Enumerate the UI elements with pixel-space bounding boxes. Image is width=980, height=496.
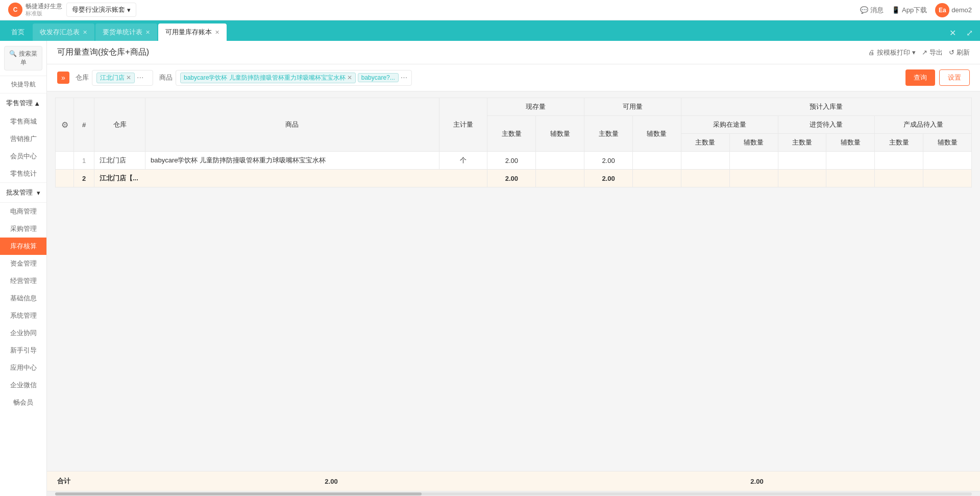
th-finished: 产成品待入量: [875, 116, 972, 134]
message-btn[interactable]: 💬 消息: [860, 6, 884, 15]
tab-yaohuodan-label: 要货单统计表: [103, 28, 142, 37]
industry-label: 母婴行业演示账套: [72, 5, 125, 14]
setting-btn[interactable]: 设置: [939, 69, 970, 86]
print-template-btn[interactable]: 🖨 按模板打印 ▾: [868, 48, 916, 57]
footer-stock-main: 2.00: [306, 478, 357, 485]
tab-keyongliang[interactable]: 可用量库存账本 ✕: [158, 23, 227, 41]
td-stock-sub-1: [536, 152, 584, 170]
product-filter-tags[interactable]: babycare学饮杯 儿童防摔防撞吸管杯重力球吸嘴杯宝宝水杯 ✕ babyca…: [176, 70, 412, 86]
subtotal-settings: [56, 170, 74, 187]
horizontal-scrollbar[interactable]: [47, 491, 980, 496]
sidebar-section-retail: 零售管理 ▲ 零售商城 营销推广 会员中心 零售统计: [0, 93, 46, 183]
sidebar-item-ecom[interactable]: 电商管理: [0, 203, 46, 220]
sidebar-item-system[interactable]: 系统管理: [0, 307, 46, 324]
td-inc-sub-1: [826, 152, 875, 170]
sidebar-item-finance[interactable]: 资金管理: [0, 255, 46, 272]
sidebar-quick-nav[interactable]: 快捷导航: [0, 76, 46, 93]
table-row: 1 江北门店 babycare学饮杯 儿童防摔防撞吸管杯重力球吸嘴杯宝宝水杯 个…: [56, 152, 972, 170]
warehouse-tag-close[interactable]: ✕: [126, 74, 131, 81]
maximize-btn[interactable]: ⤢: [963, 27, 976, 39]
sidebar-item-member2[interactable]: 畅会员: [0, 394, 46, 411]
nav-tabs-bar: 首页 收发存汇总表 ✕ 要货单统计表 ✕ 可用量库存账本 ✕ ✕ ⤢: [0, 20, 980, 41]
th-current-stock: 现存量: [487, 98, 584, 116]
sidebar-item-wechat[interactable]: 企业微信: [0, 376, 46, 394]
tab-keyongliang-close[interactable]: ✕: [215, 29, 219, 36]
th-inc-main: 主数量: [778, 134, 826, 152]
td-stock-main-1: 2.00: [487, 152, 536, 170]
search-menu-btn[interactable]: 🔍 搜索菜单: [4, 46, 42, 70]
th-pur-transit: 采购在途量: [681, 116, 778, 134]
sidebar-item-appcenter[interactable]: 应用中心: [0, 359, 46, 376]
warehouse-filter-label: 仓库: [76, 73, 89, 82]
user-area[interactable]: Ea demo2: [935, 3, 972, 17]
tab-shoufacun-close[interactable]: ✕: [83, 29, 87, 36]
content-area: 可用量查询(按仓库+商品) 🖨 按模板打印 ▾ ↗ 导出 ↺ 刷新: [47, 41, 980, 496]
warehouse-filter-tags[interactable]: 江北门店 ✕ ···: [92, 70, 153, 86]
query-btn[interactable]: 查询: [905, 69, 935, 86]
warehouse-more-btn[interactable]: ···: [137, 73, 143, 82]
footer-total-label: 合计: [57, 477, 118, 486]
tab-keyongliang-label: 可用量库存账本: [165, 28, 212, 37]
footer-total-bar: 合计 2.00 2.00: [47, 471, 980, 491]
td-avail-sub-1: [632, 152, 681, 170]
sidebar-item-member[interactable]: 会员中心: [0, 148, 46, 165]
tab-home[interactable]: 首页: [4, 23, 32, 41]
sidebar-item-retail-stats[interactable]: 零售统计: [0, 165, 46, 182]
table-container: ⚙ # 仓库 商品 主计量 现存量 可用量 预计入库量 主数量 辅数量 主数量: [47, 91, 980, 471]
logo-subtext: 标准版: [26, 10, 62, 17]
td-pur-sub-1: [729, 152, 778, 170]
td-unit-1: 个: [439, 152, 487, 170]
sidebar-item-purchase[interactable]: 采购管理: [0, 220, 46, 238]
settings-icon[interactable]: ⚙: [61, 121, 68, 129]
subtotal-avail-main: 2.00: [584, 170, 633, 187]
sidebar-section-wholesale-header[interactable]: 批发管理 ▾: [0, 183, 46, 202]
product-tag1-close[interactable]: ✕: [347, 74, 352, 81]
tab-yaohuodan-close[interactable]: ✕: [145, 29, 150, 36]
sidebar-item-retail-mall[interactable]: 零售商城: [0, 113, 46, 130]
td-fin-sub-1: [923, 152, 972, 170]
page-title: 可用量查询(按仓库+商品): [57, 47, 149, 64]
td-avail-main-1: 2.00: [584, 152, 633, 170]
td-settings: [56, 152, 74, 170]
warehouse-tag: 江北门店 ✕: [96, 73, 135, 83]
expand-filter-btn[interactable]: »: [57, 72, 69, 84]
th-avail-sub: 辅数量: [632, 116, 681, 152]
data-table: ⚙ # 仓库 商品 主计量 现存量 可用量 预计入库量 主数量 辅数量 主数量: [55, 98, 972, 187]
product-more-btn[interactable]: ···: [401, 73, 407, 82]
sidebar-item-basic[interactable]: 基础信息: [0, 290, 46, 307]
sidebar-item-inventory[interactable]: 库存核算: [0, 238, 46, 255]
sidebar-section-retail-header[interactable]: 零售管理 ▲: [0, 93, 46, 113]
th-row-num: #: [74, 98, 94, 152]
tab-shoufacun[interactable]: 收发存汇总表 ✕: [33, 23, 94, 41]
product-tag2: babycare?...: [358, 73, 399, 82]
industry-selector[interactable]: 母婴行业演示账套 ▾: [66, 3, 136, 17]
th-inc-sub: 辅数量: [826, 134, 875, 152]
sidebar-item-retail-promo[interactable]: 营销推广: [0, 130, 46, 148]
sidebar: 🔍 搜索菜单 快捷导航 零售管理 ▲ 零售商城 营销推广 会员中心 零售统计: [0, 41, 47, 496]
app-download-btn[interactable]: 📱 App下载: [892, 6, 927, 15]
print-icon: 🖨: [868, 49, 875, 56]
close-all-btn[interactable]: ✕: [946, 27, 959, 39]
sidebar-item-newbie[interactable]: 新手引导: [0, 342, 46, 359]
th-settings[interactable]: ⚙: [56, 98, 74, 152]
sidebar-item-operation[interactable]: 经营管理: [0, 272, 46, 290]
search-icon: 🔍: [9, 50, 18, 57]
tab-shoufacun-label: 收发存汇总表: [40, 28, 80, 37]
refresh-btn[interactable]: ↺ 刷新: [949, 48, 970, 57]
footer-avail-main: 2.00: [731, 478, 782, 485]
th-incoming: 进货待入量: [778, 116, 875, 134]
message-label: 消息: [870, 6, 884, 15]
th-pur-main: 主数量: [681, 134, 729, 152]
th-stock-main: 主数量: [487, 116, 536, 152]
dropdown-icon: ▾: [127, 6, 131, 14]
nav-controls: ✕ ⤢: [946, 27, 976, 41]
scroll-track: [55, 492, 972, 495]
export-btn[interactable]: ↗ 导出: [922, 48, 943, 57]
subtotal-label: 江北门店【...: [94, 170, 487, 187]
expand-icon-wholesale: ▾: [37, 189, 40, 197]
print-dropdown-icon: ▾: [912, 49, 916, 56]
tab-yaohuodan[interactable]: 要货单统计表 ✕: [95, 23, 157, 41]
scroll-thumb: [55, 492, 422, 495]
sidebar-section-wholesale: 批发管理 ▾: [0, 183, 46, 203]
sidebar-item-enterprise[interactable]: 企业协同: [0, 324, 46, 342]
